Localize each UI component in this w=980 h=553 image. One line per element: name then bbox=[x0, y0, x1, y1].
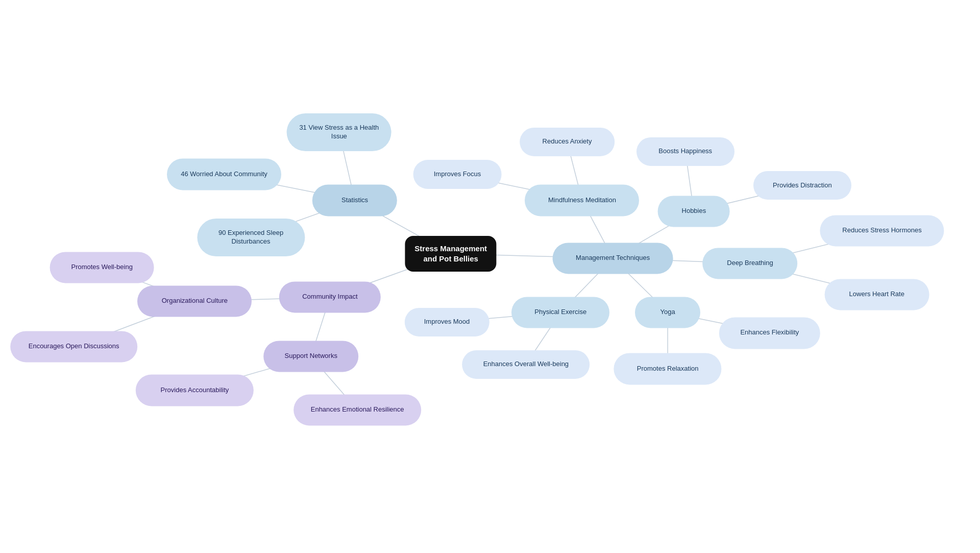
node-enhancesFlexibility[interactable]: Enhances Flexibility bbox=[719, 318, 820, 349]
node-communityImpact[interactable]: Community Impact bbox=[279, 282, 380, 313]
node-statistics[interactable]: Statistics bbox=[312, 185, 397, 216]
node-yoga[interactable]: Yoga bbox=[635, 297, 700, 328]
node-promotesWellbeing[interactable]: Promotes Well-being bbox=[50, 252, 154, 283]
node-providesAccountability[interactable]: Provides Accountability bbox=[136, 375, 253, 406]
node-encouragesOpenDiscussions[interactable]: Encourages Open Discussions bbox=[10, 331, 138, 363]
node-physicalExercise[interactable]: Physical Exercise bbox=[511, 297, 609, 328]
node-stat1[interactable]: 31 View Stress as a Health Issue bbox=[287, 113, 391, 151]
node-lowersHeartRate[interactable]: Lowers Heart Rate bbox=[824, 279, 929, 310]
node-managementTechniques[interactable]: Management Techniques bbox=[552, 243, 673, 274]
node-stat3[interactable]: 90 Experienced Sleep Disturbances bbox=[197, 219, 305, 256]
node-reducesStressHormones[interactable]: Reduces Stress Hormones bbox=[820, 215, 944, 247]
node-mindfulnessMeditation[interactable]: Mindfulness Meditation bbox=[525, 185, 639, 216]
node-improvesMood[interactable]: Improves Mood bbox=[404, 308, 489, 336]
node-stat2[interactable]: 46 Worried About Community bbox=[167, 159, 281, 190]
node-enhancesOverallWellbeing[interactable]: Enhances Overall Well-being bbox=[462, 350, 590, 378]
mind-map-container: Stress Management and Pot BelliesStatist… bbox=[0, 0, 980, 553]
node-promotesRelaxation[interactable]: Promotes Relaxation bbox=[614, 353, 722, 384]
node-providesDistraction[interactable]: Provides Distraction bbox=[753, 171, 851, 200]
node-center[interactable]: Stress Management and Pot Bellies bbox=[405, 236, 497, 272]
node-orgCulture[interactable]: Organizational Culture bbox=[137, 285, 252, 317]
node-reducesAnxiety[interactable]: Reduces Anxiety bbox=[520, 128, 615, 156]
node-deepBreathing[interactable]: Deep Breathing bbox=[703, 248, 798, 279]
node-enhancesEmotionalResilience[interactable]: Enhances Emotional Resilience bbox=[293, 394, 421, 425]
node-hobbies[interactable]: Hobbies bbox=[658, 196, 730, 227]
node-supportNetworks[interactable]: Support Networks bbox=[263, 341, 358, 372]
node-improvesFocus[interactable]: Improves Focus bbox=[413, 160, 502, 188]
node-boostsHappiness[interactable]: Boosts Happiness bbox=[636, 137, 734, 166]
